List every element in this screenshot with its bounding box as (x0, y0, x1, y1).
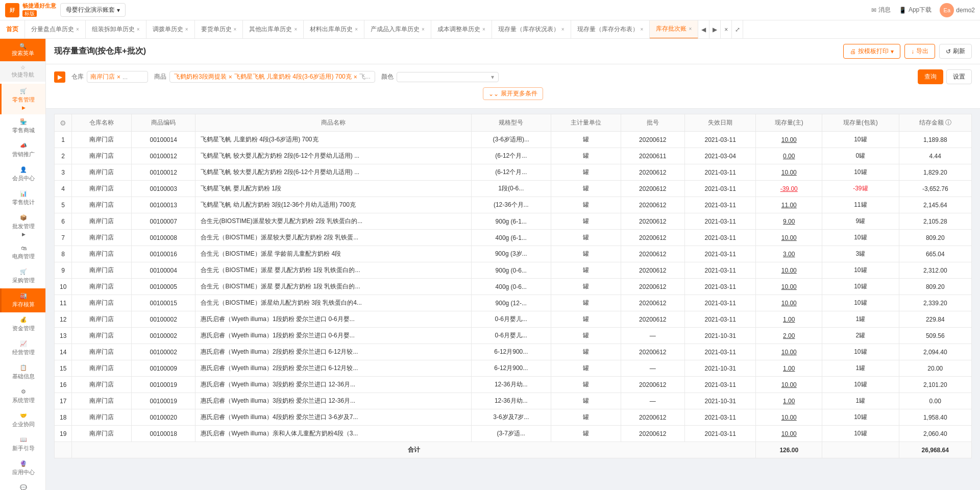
sidebar-search[interactable]: 🔍 搜索英单 (0, 39, 45, 61)
row-qty-main[interactable]: -39.00 (756, 181, 822, 197)
col-settings-icon[interactable]: ⚙ (60, 119, 66, 127)
qty-main-link[interactable]: 0.00 (783, 153, 795, 160)
row-qty-main[interactable]: 2.00 (756, 328, 822, 344)
row-qty-main[interactable]: 10.00 (756, 409, 822, 426)
tab-fenpan-close[interactable]: × (76, 27, 79, 32)
qty-main-link[interactable]: 10.00 (781, 234, 797, 241)
color-input-area[interactable]: ▾ (397, 72, 499, 82)
qty-main-link[interactable]: 9.00 (783, 218, 795, 225)
row-qty-main[interactable]: 10.00 (756, 132, 822, 148)
sidebar-item-guide[interactable]: 📖 新手引导 (0, 432, 45, 456)
refresh-button[interactable]: ↺ 刷新 (939, 44, 972, 59)
qty-main-link[interactable]: 3.00 (783, 251, 795, 258)
row-qty-main[interactable]: 10.00 (756, 344, 822, 360)
qty-main-link[interactable]: 10.00 (781, 349, 797, 356)
qty-main-link[interactable]: 10.00 (781, 169, 797, 176)
sidebar-item-app-center[interactable]: 🔮 应用中心 (0, 456, 45, 480)
filter-arrow-btn[interactable]: ▶ (54, 71, 65, 83)
row-qty-main[interactable]: 10.00 (756, 426, 822, 442)
sidebar-item-wholesale[interactable]: 📦 批发管理 ▶ (0, 210, 45, 241)
sidebar-item-wechat[interactable]: 💬 企业微信 (0, 480, 45, 490)
qty-main-link[interactable]: 10.00 (781, 283, 797, 290)
tab-kucun1-close[interactable]: × (561, 27, 565, 32)
tab-diaob[interactable]: 调拨单历史 × (146, 20, 195, 39)
warehouse-input-area[interactable]: 南岸门店 × ... (87, 71, 148, 83)
tab-fullscreen[interactable]: ⤢ (732, 20, 743, 39)
settings-button[interactable]: 设置 (946, 69, 972, 84)
tab-qita-close[interactable]: × (294, 27, 297, 32)
qty-main-link[interactable]: 10.00 (781, 267, 797, 274)
tab-zuhe[interactable]: 组装拆卸单历史 × (86, 20, 146, 39)
sidebar-item-basic-info[interactable]: 📋 基础信息 (0, 360, 45, 384)
sidebar-item-member[interactable]: 👤 会员中心 (0, 162, 45, 186)
tab-fenpan[interactable]: 分量盘点单历史 × (25, 20, 86, 39)
row-qty-main[interactable]: 10.00 (756, 279, 822, 295)
row-qty-main[interactable]: 3.00 (756, 246, 822, 262)
tab-cailiao-close[interactable]: × (355, 27, 358, 32)
tab-chengpin-close[interactable]: × (422, 27, 425, 32)
row-qty-main[interactable]: 10.00 (756, 262, 822, 279)
sidebar-item-system[interactable]: ⚙ 系统管理 (0, 384, 45, 408)
tab-kucun3-close[interactable]: × (689, 26, 692, 32)
row-qty-main[interactable]: 10.00 (756, 164, 822, 181)
tab-kucun3[interactable]: 库存批次账 × (650, 20, 698, 39)
industry-selector[interactable]: 母婴行业演示账套 ▾ (60, 3, 126, 17)
tab-home[interactable]: 首页 (0, 20, 25, 39)
tab-close-all[interactable]: × (721, 20, 732, 39)
tab-kucun2[interactable]: 现存量（库存分布表） × (571, 20, 650, 39)
row-qty-main[interactable]: 0.00 (756, 148, 822, 164)
sidebar-item-retail-mgmt[interactable]: 🛒 零售管理 ▶ (0, 84, 45, 114)
goods-input-area[interactable]: 飞鹤奶粉3段两提装 × 飞鹤星飞帆 儿童奶粉 4段(3-6岁适用) 700克 ×… (169, 71, 375, 83)
sidebar-item-ecommerce[interactable]: 🛍 电商管理 (0, 241, 45, 264)
qty-main-link[interactable]: 1.00 (783, 398, 795, 405)
qty-main-link[interactable]: 1.00 (783, 316, 795, 323)
tab-qita[interactable]: 其他出库单历史 × (243, 20, 304, 39)
qty-main-link[interactable]: 10.00 (781, 381, 797, 388)
qty-main-link[interactable]: 10.00 (781, 430, 797, 437)
sidebar-item-finance[interactable]: 💰 资金管理 (0, 312, 45, 336)
sidebar-item-operations[interactable]: 📈 经营管理 (0, 336, 45, 360)
warehouse-tag-close[interactable]: × (117, 74, 120, 81)
tab-chengben-close[interactable]: × (482, 27, 485, 32)
row-qty-main[interactable]: 1.00 (756, 393, 822, 409)
sidebar-item-retail-stats[interactable]: 📊 零售统计 (0, 186, 45, 210)
message-button[interactable]: ✉ 消息 (871, 6, 891, 14)
tab-cailiao[interactable]: 材料出库单历史 × (304, 20, 364, 39)
tab-yaohuo-close[interactable]: × (234, 27, 237, 32)
app-download-button[interactable]: 📱 App下载 (899, 6, 932, 14)
sidebar-quick-nav[interactable]: ☆ 快捷导航 (0, 61, 45, 82)
qty-main-link[interactable]: -39.00 (780, 185, 798, 192)
export-button[interactable]: ↓ 导出 (904, 44, 935, 59)
print-button[interactable]: 🖨 按模板打印 ▾ (843, 44, 900, 59)
goods-tag-2-close[interactable]: × (354, 74, 357, 81)
qty-main-link[interactable]: 11.00 (781, 202, 797, 209)
qty-main-link[interactable]: 10.00 (781, 300, 797, 307)
row-qty-main[interactable]: 10.00 (756, 230, 822, 246)
user-area[interactable]: Ea demo2 (940, 3, 975, 17)
tab-chengpin[interactable]: 产成品入库单历史 × (364, 20, 431, 39)
expand-conditions-button[interactable]: ⌄⌄ 展开更多条件 (483, 87, 543, 100)
sidebar-item-retail-shop[interactable]: 🏪 零售商城 (0, 114, 45, 138)
filter-expand-arrow[interactable]: ▶ (54, 71, 65, 83)
row-qty-main[interactable]: 10.00 (756, 295, 822, 311)
tab-chengben[interactable]: 成本调整单历史 × (431, 20, 492, 39)
tab-kucun2-close[interactable]: × (641, 27, 644, 32)
sidebar-item-marketing[interactable]: 📣 营销推广 (0, 138, 45, 162)
sidebar-item-purchase[interactable]: 🛒 采购管理 (0, 264, 45, 288)
tab-yaohuo[interactable]: 要货单历史 × (195, 20, 243, 39)
row-qty-main[interactable]: 11.00 (756, 197, 822, 213)
query-button[interactable]: 查询 (918, 69, 943, 84)
tab-nav-right[interactable]: ▶ (709, 20, 721, 39)
row-qty-main[interactable]: 9.00 (756, 213, 822, 230)
sidebar-item-enterprise[interactable]: 🤝 企业协同 (0, 408, 45, 432)
tab-kucun1[interactable]: 现存量（库存状况表） × (492, 20, 571, 39)
row-qty-main[interactable]: 1.00 (756, 311, 822, 328)
qty-main-link[interactable]: 10.00 (781, 136, 797, 143)
qty-main-link[interactable]: 10.00 (781, 414, 797, 421)
row-qty-main[interactable]: 1.00 (756, 360, 822, 377)
row-qty-main[interactable]: 10.00 (756, 377, 822, 393)
tab-diaob-close[interactable]: × (185, 27, 188, 32)
tab-zuhe-close[interactable]: × (137, 27, 140, 32)
sidebar-item-inventory[interactable]: 🏭 库存核算 (0, 288, 45, 312)
qty-main-link[interactable]: 2.00 (783, 332, 795, 339)
